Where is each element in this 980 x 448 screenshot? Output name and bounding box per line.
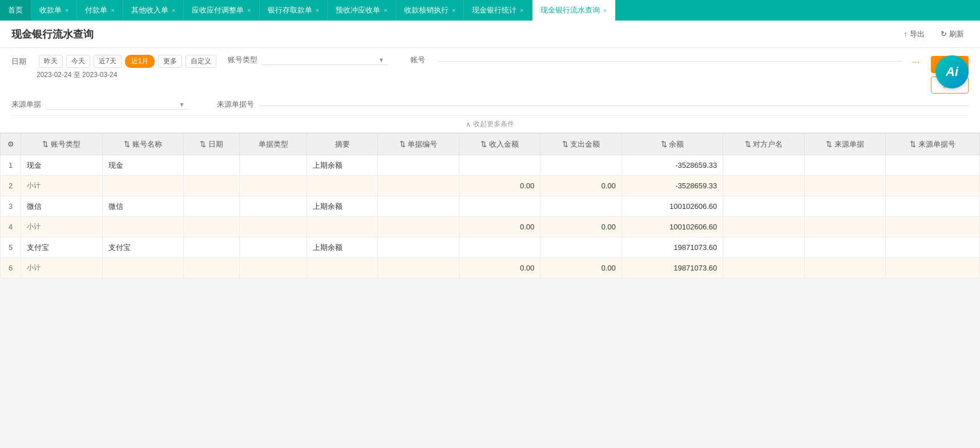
settings-column-header[interactable]: ⚙ xyxy=(1,134,21,155)
page-title: 现金银行流水查询 xyxy=(11,27,94,41)
nav-tab-8[interactable]: 现金银行流水查询 × xyxy=(533,0,615,21)
col-source-doc: ⇅ 来源单据 xyxy=(804,134,886,155)
export-button[interactable]: ↑ 导出 xyxy=(900,27,930,42)
close-icon[interactable]: × xyxy=(316,7,319,14)
date-btn-custom[interactable]: 自定义 xyxy=(185,55,216,68)
source-doc-num-input[interactable] xyxy=(259,103,969,106)
account-label: 账号 xyxy=(410,55,433,65)
table-row[interactable]: 2小计0.000.00-3528659.33 xyxy=(1,176,980,196)
table-row[interactable]: 6小计0.000.0019871073.60 xyxy=(1,258,980,279)
col-counterpart: ⇅ 对方户名 xyxy=(723,134,805,155)
refresh-button[interactable]: ↻ 刷新 xyxy=(936,27,969,42)
nav-tab-0[interactable]: 收款单 × xyxy=(31,0,77,21)
col-balance: ⇅ 余额 xyxy=(622,134,723,155)
nav-tab-4[interactable]: 银行存取款单 × xyxy=(260,0,328,21)
table-body: 1现金现金上期余额-3528659.332小计0.000.00-3528659.… xyxy=(1,155,980,279)
col-income: ⇅ 收入金额 xyxy=(459,134,541,155)
close-icon[interactable]: × xyxy=(65,7,68,14)
data-table: ⚙ ⇅ 账号类型 ⇅ 账号名称 ⇅ 日期 单据类型 摘要 ⇅ 单据编号 ⇅ 收入… xyxy=(0,133,980,279)
chevron-down-icon: ▼ xyxy=(179,101,185,108)
source-doc-label: 来源单据 xyxy=(11,99,41,110)
account-type-label: 账号类型 xyxy=(228,55,257,65)
chevron-down-icon: ▼ xyxy=(378,56,384,63)
filter-area: 日期 昨天 今天 近7天 近1月 更多 自定义 2023-02-24 至 202… xyxy=(0,48,980,133)
source-doc-select[interactable]: ▼ xyxy=(46,100,188,110)
nav-tab-1[interactable]: 付款单 × xyxy=(77,0,123,21)
close-icon[interactable]: × xyxy=(520,7,523,14)
more-options-button[interactable]: ... xyxy=(912,55,919,65)
col-doc-type: 单据类型 xyxy=(240,134,307,155)
col-summary: 摘要 xyxy=(306,134,377,155)
date-label: 日期 xyxy=(11,56,34,67)
collapse-icon: ∧ xyxy=(466,120,471,128)
date-btn-yesterday[interactable]: 昨天 xyxy=(39,55,63,68)
nav-tab-3[interactable]: 应收应付调整单 × xyxy=(184,0,259,21)
table-row[interactable]: 1现金现金上期余额-3528659.33 xyxy=(1,155,980,176)
col-doc-no: ⇅ 单据编号 xyxy=(378,134,459,155)
date-btn-today[interactable]: 今天 xyxy=(66,55,90,68)
nav-tab-7[interactable]: 现金银行统计 × xyxy=(464,0,532,21)
date-btn-1month[interactable]: 近1月 xyxy=(125,55,155,68)
close-icon[interactable]: × xyxy=(452,7,455,14)
col-date: ⇅ 日期 xyxy=(184,134,240,155)
nav-tab-5[interactable]: 预收冲应收单 × xyxy=(328,0,396,21)
col-account-name: ⇅ 账号名称 xyxy=(102,134,184,155)
date-btn-more[interactable]: 更多 xyxy=(158,55,182,68)
table-row[interactable]: 4小计0.000.00100102606.60 xyxy=(1,217,980,237)
table-container: ⚙ ⇅ 账号类型 ⇅ 账号名称 ⇅ 日期 单据类型 摘要 ⇅ 单据编号 ⇅ 收入… xyxy=(0,133,980,279)
source-doc-num-label: 来源单据号 xyxy=(217,99,254,110)
table-header-row: ⚙ ⇅ 账号类型 ⇅ 账号名称 ⇅ 日期 单据类型 摘要 ⇅ 单据编号 ⇅ 收入… xyxy=(1,134,980,155)
date-buttons: 昨天 今天 近7天 近1月 更多 自定义 xyxy=(39,55,216,68)
account-type-select[interactable]: ▼ xyxy=(262,55,388,65)
refresh-icon: ↻ xyxy=(941,30,947,38)
top-nav: 首页 收款单 × 付款单 × 其他收入单 × 应收应付调整单 × 银行存取款单 … xyxy=(0,0,980,21)
nav-tab-2[interactable]: 其他收入单 × xyxy=(123,0,184,21)
col-account-type: ⇅ 账号类型 xyxy=(21,134,103,155)
date-range: 2023-02-24 至 2023-03-24 xyxy=(37,71,117,79)
export-icon: ↑ xyxy=(904,30,908,38)
nav-home[interactable]: 首页 xyxy=(0,0,31,21)
collapse-bar[interactable]: ∧ 收起更多条件 xyxy=(11,115,969,132)
header-actions: ↑ 导出 ↻ 刷新 xyxy=(900,27,969,42)
close-icon[interactable]: × xyxy=(172,7,175,14)
close-icon[interactable]: × xyxy=(384,7,387,14)
table-row[interactable]: 5支付宝支付宝上期余额19871073.60 xyxy=(1,237,980,258)
nav-tab-6[interactable]: 收款核销执行 × xyxy=(396,0,464,21)
col-source-doc-no: ⇅ 来源单据号 xyxy=(886,134,980,155)
page-header: 现金银行流水查询 ↑ 导出 ↻ 刷新 xyxy=(0,21,980,48)
col-expense: ⇅ 支出金额 xyxy=(541,134,622,155)
table-row[interactable]: 3微信微信上期余额100102606.60 xyxy=(1,196,980,217)
date-btn-7days[interactable]: 近7天 xyxy=(94,55,122,68)
account-input[interactable] xyxy=(438,59,901,62)
close-icon[interactable]: × xyxy=(247,7,251,14)
close-icon[interactable]: × xyxy=(603,7,607,14)
ai-assistant-button[interactable]: Ai xyxy=(935,55,969,88)
close-icon[interactable]: × xyxy=(111,7,114,14)
